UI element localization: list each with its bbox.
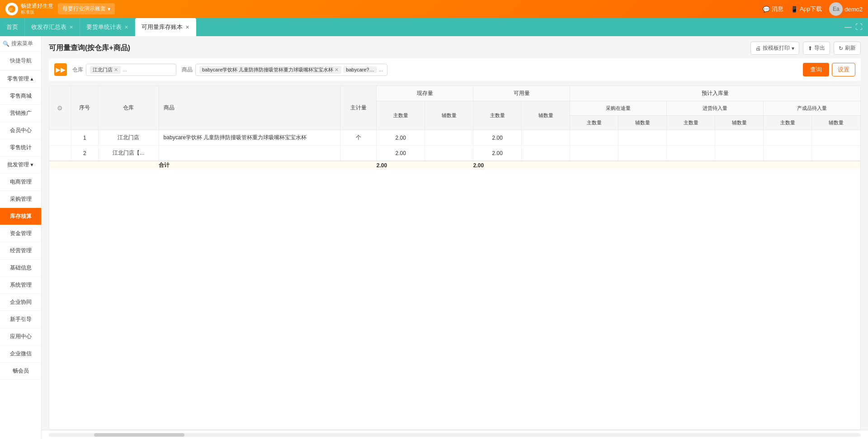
warehouse-more[interactable]: ... <box>123 66 127 73</box>
sidebar-item-member[interactable]: 畅会员 <box>0 363 41 380</box>
cell-available-aux-2 <box>522 146 570 161</box>
export-label: 导出 <box>814 44 825 52</box>
content-area: 可用量查询(按仓库+商品) 🖨 按模板打印 ▾ ⬆ 导出 ↻ 刷新 <box>42 36 868 439</box>
user-profile[interactable]: Ea demo2 <box>829 2 863 16</box>
goods-input[interactable]: babycare学饮杯 儿童防摔防撞吸管杯重力球吸嘴杯宝宝水杯 ✕ babyca… <box>195 64 387 76</box>
cell-unit-2 <box>340 146 376 161</box>
tenant-name: 母婴行业演示账套 <box>62 5 106 13</box>
sidebar-item-inventory[interactable]: 库存核算 <box>0 208 41 225</box>
cell-production-pending-aux-2 <box>812 146 860 161</box>
th-available-main: 主数量 <box>473 101 522 130</box>
th-production-pending-group: 产成品待入量 <box>764 101 860 116</box>
sidebar-item-finance[interactable]: 资金管理 <box>0 225 41 242</box>
setting-btn[interactable]: 设置 <box>832 63 855 76</box>
maximize-btn[interactable]: ⛶ <box>855 23 863 31</box>
settings-icon[interactable]: ⚙ <box>57 104 63 112</box>
tab-available[interactable]: 可用量库存账本 ✕ <box>135 18 196 36</box>
sidebar-search[interactable]: 🔍 搜索菜单 <box>0 36 41 52</box>
logo-icon: 好 <box>5 3 18 15</box>
cell-settings-2 <box>49 146 71 161</box>
summary-label: 合计 <box>159 161 340 169</box>
sidebar-item-retail-mall[interactable]: 零售商城 <box>0 88 41 105</box>
goods-tag-1-remove[interactable]: ✕ <box>335 67 339 73</box>
print-arrow-icon: ▾ <box>792 45 794 52</box>
tab-receivable-close[interactable]: ✕ <box>69 24 73 30</box>
cell-stock-main: 2.00 <box>377 130 425 146</box>
message-btn[interactable]: 💬 消息 <box>763 5 783 13</box>
cell-no: 1 <box>71 130 98 146</box>
th-goods: 商品 <box>159 86 340 130</box>
scrollbar-thumb[interactable] <box>94 433 184 437</box>
sidebar-item-retail-mgmt[interactable]: 零售管理 ▲ <box>0 71 41 88</box>
sidebar-item-app-center[interactable]: 应用中心 <box>0 328 41 345</box>
cell-incoming-pending-main-2 <box>667 146 715 161</box>
cell-available-aux <box>522 130 570 146</box>
tab-requisition[interactable]: 要货单统计表 ✕ <box>80 18 135 36</box>
warehouse-input[interactable]: 江北门店 ✕ ... <box>86 64 176 76</box>
tab-requisition-close[interactable]: ✕ <box>124 24 128 30</box>
minimize-btn[interactable]: — <box>844 23 852 31</box>
cell-incoming-pending-main <box>667 130 715 146</box>
app-download-label: App下载 <box>800 5 822 13</box>
th-settings[interactable]: ⚙ <box>49 86 71 130</box>
goods-label: 商品 <box>182 66 193 74</box>
table-row: 2 江北门店【... 2.00 2.00 <box>49 146 860 161</box>
dropdown-icon: ▾ <box>108 6 110 12</box>
sidebar-item-purchase-mgmt[interactable]: 采购管理 <box>0 191 41 208</box>
warehouse-tag-remove[interactable]: ✕ <box>114 67 118 73</box>
sidebar-item-system[interactable]: 系统管理 <box>0 277 41 294</box>
sidebar-item-member-center[interactable]: 会员中心 <box>0 122 41 139</box>
print-icon: 🖨 <box>755 45 761 52</box>
cell-available-main-2: 2.00 <box>473 146 522 161</box>
th-incoming-pending-main: 主数量 <box>667 116 715 130</box>
app-download-btn[interactable]: 📱 App下载 <box>791 5 822 13</box>
sidebar-item-marketing[interactable]: 营销推广 <box>0 105 41 122</box>
refresh-btn[interactable]: ↻ 刷新 <box>834 42 861 55</box>
cell-production-pending-main <box>764 130 812 146</box>
sidebar-item-enterprise[interactable]: 企业协同 <box>0 294 41 311</box>
th-production-pending-aux: 辅数量 <box>812 116 860 130</box>
tab-available-close[interactable]: ✕ <box>185 24 189 30</box>
footer-bar <box>42 430 868 439</box>
page-actions: 🖨 按模板打印 ▾ ⬆ 导出 ↻ 刷新 <box>750 42 861 55</box>
tab-available-label: 可用量库存账本 <box>142 23 183 31</box>
tab-home[interactable]: 首页 <box>0 18 25 36</box>
svg-text:好: 好 <box>9 8 13 12</box>
goods-more[interactable]: ... <box>379 66 383 73</box>
cell-purchase-transit-main <box>570 130 618 146</box>
sidebar-item-new-guide[interactable]: 新手引导 <box>0 311 41 328</box>
chevron-down-icon: ▲ <box>30 76 34 81</box>
summary-available-main: 2.00 <box>473 161 522 169</box>
filter-toggle-btn[interactable]: ▶▶ <box>54 63 67 76</box>
tenant-selector[interactable]: 母婴行业演示账套 ▾ <box>58 3 115 14</box>
print-btn[interactable]: 🖨 按模板打印 ▾ <box>750 42 799 55</box>
cell-production-pending-aux <box>812 130 860 146</box>
sidebar-item-enterprise-wechat[interactable]: 企业微信 <box>0 345 41 363</box>
sidebar-item-basic-info[interactable]: 基础信息 <box>0 260 41 277</box>
logo-sub: 标准版 <box>21 9 53 15</box>
sidebar: 🔍 搜索菜单 快捷导航 零售管理 ▲ 零售商城 营销推广 会员中心 零售统计 <box>0 36 42 439</box>
tab-requisition-label: 要货单统计表 <box>86 23 122 31</box>
cell-stock-aux <box>425 130 473 146</box>
page-title: 可用量查询(按仓库+商品) <box>49 43 130 53</box>
sidebar-item-retail-stats[interactable]: 零售统计 <box>0 139 41 156</box>
query-btn[interactable]: 查询 <box>803 63 829 76</box>
th-planned-in-group: 预计入库量 <box>570 86 860 101</box>
avatar: Ea <box>829 2 843 16</box>
data-table: ⚙ 序号 仓库 商品 主计量 现存量 可用量 预计入库量 主数量 辅数量 主数量 <box>49 86 860 169</box>
sidebar-item-ecommerce[interactable]: 电商管理 <box>0 174 41 191</box>
tab-receivable[interactable]: 收发存汇总表 ✕ <box>25 18 80 36</box>
cell-stock-main-2: 2.00 <box>377 146 425 161</box>
sidebar-quick-nav[interactable]: 快捷导航 <box>0 53 41 68</box>
sidebar-item-batch-mgmt[interactable]: 批发管理 ▼ <box>0 156 41 174</box>
double-arrow-icon: ▶▶ <box>56 66 66 73</box>
logo-text: 畅捷通好生意 <box>21 3 53 9</box>
th-stock-main: 主数量 <box>377 101 425 130</box>
cell-purchase-transit-aux-2 <box>618 146 667 161</box>
logo-area: 好 畅捷通好生意 标准版 <box>5 3 53 15</box>
app-download-icon: 📱 <box>791 6 798 13</box>
filter-bar: ▶▶ 仓库 江北门店 ✕ ... 商品 babycare学饮杯 儿童防摔防撞吸管… <box>49 58 861 81</box>
export-btn[interactable]: ⬆ 导出 <box>803 42 830 55</box>
horizontal-scrollbar[interactable] <box>49 433 861 437</box>
sidebar-item-operations[interactable]: 经营管理 <box>0 242 41 260</box>
